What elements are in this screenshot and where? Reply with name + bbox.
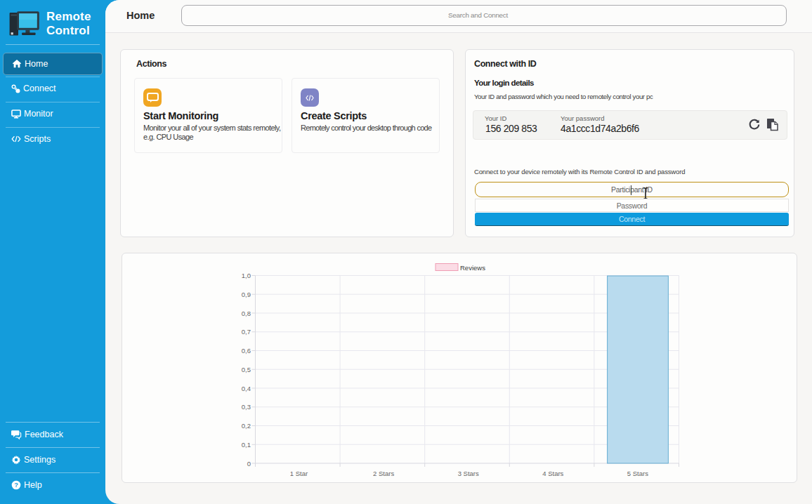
svg-text:0,3: 0,3	[242, 403, 251, 411]
svg-text:0,8: 0,8	[242, 310, 251, 317]
svg-text:1 Star: 1 Star	[290, 470, 308, 477]
svg-text:0,9: 0,9	[242, 291, 251, 298]
svg-text:?: ?	[14, 482, 18, 489]
svg-text:0,5: 0,5	[242, 366, 251, 373]
svg-text:0,1: 0,1	[242, 441, 251, 449]
svg-text:0: 0	[247, 460, 251, 467]
svg-text:3 Stars: 3 Stars	[458, 470, 479, 477]
svg-text:0,2: 0,2	[242, 422, 251, 430]
svg-text:0,4: 0,4	[242, 385, 251, 392]
svg-text:0,6: 0,6	[242, 347, 251, 354]
svg-text:5 Stars: 5 Stars	[627, 470, 648, 477]
svg-text:Reviews: Reviews	[460, 264, 485, 272]
svg-text:0,7: 0,7	[242, 328, 251, 336]
svg-text:2 Stars: 2 Stars	[373, 470, 394, 477]
svg-text:4 Stars: 4 Stars	[542, 470, 563, 477]
svg-text:1,0: 1,0	[242, 272, 251, 279]
